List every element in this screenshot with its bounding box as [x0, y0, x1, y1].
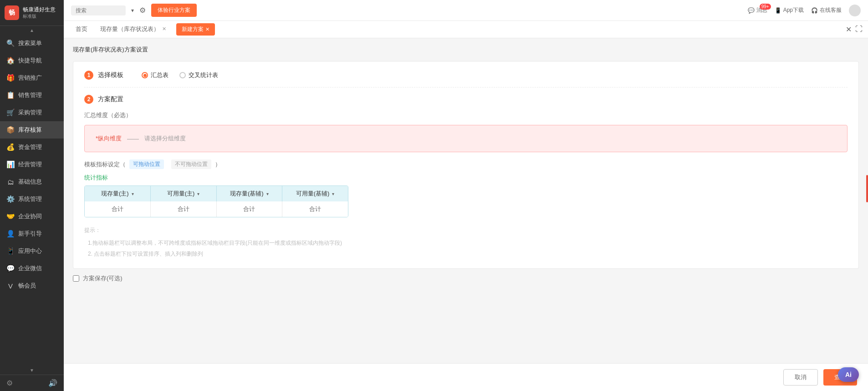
col-label-2: 现存量(基辅) [230, 190, 264, 198]
fixed-chip: 不可拖动位置 [171, 159, 211, 169]
sidebar-nav: 🔍 搜索菜单 🏠 快捷导航 🎁 营销推广 📋 销售管理 🛒 采购管理 📦 库存核… [0, 35, 64, 366]
movable-chip: 可拖动位置 [129, 159, 164, 169]
col-chevron-3[interactable]: ▾ [332, 191, 334, 196]
sidebar-item-label: 采购管理 [18, 108, 42, 117]
sidebar-item-label: 企业微信 [18, 264, 42, 273]
tab-home[interactable]: 首页 [69, 21, 94, 38]
chart-icon: 📊 [6, 160, 15, 169]
sidebar-item-search-menu[interactable]: 🔍 搜索菜单 [0, 35, 64, 52]
sidebar-item-basic-info[interactable]: 🗂 基础信息 [0, 173, 64, 190]
cart-icon: 🛒 [6, 108, 15, 117]
col-body-2: 合计 [217, 201, 283, 217]
trial-button[interactable]: 体验行业方案 [151, 4, 197, 17]
scroll-hint [866, 175, 868, 202]
dimension-placeholder: 请选择分组维度 [144, 134, 186, 143]
indicator-label-suffix: ） [215, 160, 221, 169]
cancel-button[interactable]: 取消 [783, 369, 818, 386]
save-label: 方案保存(可选) [83, 274, 123, 283]
radio-cross[interactable]: 交叉统计表 [179, 71, 218, 79]
main-area: ▾ ⚙ 体验行业方案 💬 消息 99+ 📱 App下载 🎧 在线客服 首页 [64, 0, 868, 391]
sidebar-item-app-center[interactable]: 📱 应用中心 [0, 242, 64, 260]
sidebar-settings-icon[interactable]: ⚙ [6, 379, 13, 387]
window-close-btn[interactable]: ✕ [846, 25, 852, 34]
sidebar-item-members[interactable]: V 畅会员 [0, 277, 64, 294]
logo-text: 畅康通好生意 [23, 6, 56, 14]
sidebar-item-quick-nav[interactable]: 🏠 快捷导航 [0, 52, 64, 69]
ai-badge[interactable]: Ai [838, 367, 859, 382]
step2-row: 2 方案配置 [84, 95, 848, 104]
radio-summary[interactable]: 汇总表 [142, 71, 168, 79]
money-icon: 💰 [6, 143, 15, 151]
bottom-actions: 取消 查询 [64, 363, 868, 391]
col-chevron-0[interactable]: ▾ [132, 191, 134, 196]
step1-row: 1 选择模板 汇总表 交叉统计表 [84, 71, 848, 80]
template-options: 汇总表 交叉统计表 [142, 71, 218, 79]
folder-icon: 🗂 [6, 178, 15, 186]
sidebar-item-newbie[interactable]: 👤 新手引导 [0, 225, 64, 242]
sidebar-item-enterprise[interactable]: 🤝 企业协同 [0, 208, 64, 225]
sidebar-item-wechat[interactable]: 💬 企业微信 [0, 260, 64, 277]
message-item[interactable]: 💬 消息 99+ [748, 6, 767, 14]
col-chevron-2[interactable]: ▾ [266, 191, 269, 196]
tab-inventory-label: 现存量（库存状况表） [100, 25, 159, 33]
gift-icon: 🎁 [6, 74, 15, 82]
col-body-1: 合计 [151, 201, 217, 217]
sidebar-item-inventory[interactable]: 📦 库存核算 [0, 121, 64, 139]
indicator-table-body: 合计 合计 合计 合计 [85, 201, 348, 217]
sidebar-item-label: 企业协同 [18, 212, 42, 221]
tabs-bar: 首页 现存量（库存状况表） ✕ 新建方案 ✕ ✕ ⛶ [64, 21, 868, 38]
sidebar-item-operations[interactable]: 📊 经营管理 [0, 156, 64, 173]
col-label-3: 可用量(基辅) [296, 190, 330, 198]
tab-new-scheme[interactable]: 新建方案 ✕ [176, 23, 215, 36]
sales-icon: 📋 [6, 91, 15, 99]
col-header-3: 可用量(基辅) ▾ [282, 186, 348, 201]
tip-text-1: 1.拖动标题栏可以调整布局，不可跨维度或指标区域拖动栏目字段(只能在同一维度或指… [88, 237, 342, 248]
online-support-item[interactable]: 🎧 在线客服 [811, 6, 842, 14]
tab-inventory-close[interactable]: ✕ [162, 26, 166, 32]
app-icon: 📱 [6, 247, 15, 255]
dimension-area: *纵向维度 —— 请选择分组维度 [84, 125, 848, 152]
message-badge: 99+ [760, 4, 771, 10]
col-label-0: 现存量(主) [101, 190, 129, 198]
settings-icon: ⚙️ [6, 195, 15, 203]
stats-title: 统计指标 [84, 174, 848, 182]
wechat-icon: 💬 [6, 264, 15, 273]
handshake-icon: 🤝 [6, 212, 15, 221]
sidebar-item-system[interactable]: ⚙️ 系统管理 [0, 190, 64, 208]
window-expand-btn[interactable]: ⛶ [855, 25, 863, 34]
sidebar-scroll-up[interactable]: ▲ [0, 26, 64, 35]
indicator-label-prefix: 模板指标设定（ [84, 160, 126, 169]
online-support-label: 在线客服 [820, 6, 842, 14]
topbar-right: 💬 消息 99+ 📱 App下载 🎧 在线客服 [748, 5, 861, 16]
save-row: 方案保存(可选) [73, 269, 859, 288]
search-input[interactable] [71, 5, 126, 15]
logo-icon: 畅 [5, 5, 19, 20]
step1-label: 选择模板 [98, 71, 123, 79]
sidebar-item-label: 基础信息 [18, 178, 42, 186]
tips-section: 提示： 1.拖动标题栏可以调整布局，不可跨维度或指标区域拖动栏目字段(只能在同一… [84, 225, 848, 259]
col-body-3: 合计 [282, 201, 348, 217]
sidebar-item-sales[interactable]: 📋 销售管理 [0, 87, 64, 104]
user-icon: 👤 [6, 230, 15, 238]
tab-new-scheme-close[interactable]: ✕ [205, 26, 209, 32]
tab-inventory-status[interactable]: 现存量（库存状况表） ✕ [94, 21, 173, 38]
tip-item-2: 2. 点击标题栏下拉可设置排序、插入列和删除列 [84, 248, 848, 259]
scheme-card: 1 选择模板 汇总表 交叉统计表 [73, 61, 859, 269]
app-download-item[interactable]: 📱 App下载 [775, 6, 804, 14]
col-chevron-1[interactable]: ▾ [197, 191, 199, 196]
sidebar-item-marketing[interactable]: 🎁 营销推广 [0, 69, 64, 87]
user-avatar[interactable] [849, 5, 861, 16]
home-icon: 🏠 [6, 57, 15, 65]
content-area: 现存量(库存状况表)方案设置 1 选择模板 汇总表 交叉统计表 [64, 38, 868, 363]
box-icon: 📦 [6, 126, 15, 134]
sidebar-sound-icon[interactable]: 🔊 [48, 379, 57, 387]
search-dropdown-icon[interactable]: ▾ [131, 7, 134, 14]
col-header-2: 现存量(基辅) ▾ [217, 186, 283, 201]
gear-icon[interactable]: ⚙ [139, 6, 146, 15]
save-checkbox[interactable] [73, 275, 79, 282]
sidebar-item-purchase[interactable]: 🛒 采购管理 [0, 104, 64, 121]
page-title: 现存量(库存状况表)方案设置 [73, 46, 859, 54]
sidebar-scroll-down[interactable]: ▼ [0, 366, 64, 375]
sidebar-item-finance[interactable]: 💰 资金管理 [0, 139, 64, 156]
indicator-table-header: 现存量(主) ▾ 可用量(主) ▾ 现存量(基辅) ▾ 可用量(基辅) [85, 186, 348, 201]
